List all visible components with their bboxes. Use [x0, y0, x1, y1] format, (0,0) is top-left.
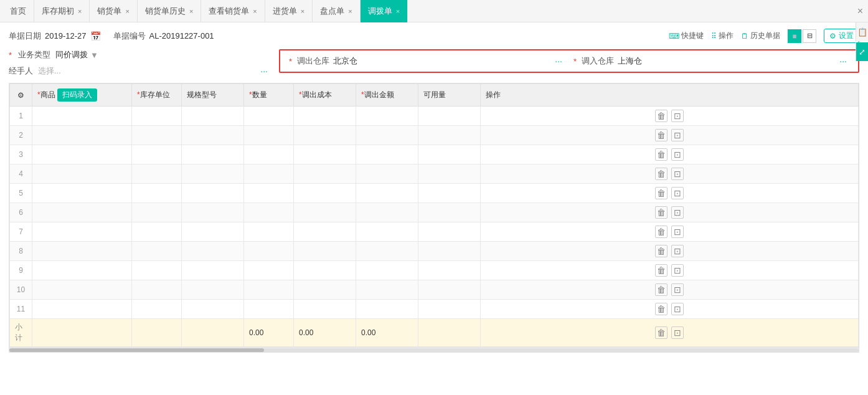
tab-stocktake[interactable]: 盘点单 × — [313, 0, 360, 22]
copy-row-button[interactable]: ⊡ — [671, 129, 684, 141]
delete-row-button[interactable]: 🗑 — [655, 206, 668, 219]
cell-qty[interactable] — [244, 280, 294, 300]
copy-row-button[interactable]: ⊡ — [671, 110, 684, 122]
out-warehouse-ellipsis-button[interactable]: ··· — [552, 56, 565, 66]
copy-row-button[interactable]: ⊡ — [671, 168, 684, 180]
sidebar-expand-icon[interactable]: ⤢ — [856, 42, 868, 61]
tab-transfer[interactable]: 调拨单 × — [361, 0, 408, 22]
cell-product[interactable] — [32, 126, 132, 145]
cell-product[interactable] — [32, 184, 132, 203]
cell-amount[interactable] — [356, 126, 418, 145]
tab-transfer-close[interactable]: × — [396, 7, 400, 15]
table-settings-icon[interactable]: ⚙ — [17, 91, 24, 100]
cell-amount[interactable] — [356, 261, 418, 280]
cell-qty[interactable] — [244, 300, 294, 319]
delete-row-button[interactable]: 🗑 — [655, 110, 668, 122]
calendar-icon[interactable]: 📅 — [90, 31, 101, 41]
cell-cost[interactable] — [294, 184, 356, 203]
cell-product[interactable] — [32, 107, 132, 126]
cell-amount[interactable] — [356, 222, 418, 242]
delete-row-button[interactable]: 🗑 — [655, 187, 668, 199]
cell-product[interactable] — [32, 145, 132, 164]
cell-qty[interactable] — [244, 203, 294, 222]
sidebar-doc-icon[interactable]: 📋 — [856, 22, 868, 41]
cell-amount[interactable] — [356, 203, 418, 222]
cell-qty[interactable] — [244, 164, 294, 184]
history-link[interactable]: 🗒 历史单据 — [741, 31, 780, 41]
cell-cost[interactable] — [294, 242, 356, 261]
copy-row-button[interactable]: ⊡ — [671, 187, 684, 199]
copy-row-button[interactable]: ⊡ — [671, 264, 684, 277]
cell-amount[interactable] — [356, 280, 418, 300]
cell-cost[interactable] — [294, 261, 356, 280]
cell-cost[interactable] — [294, 126, 356, 145]
cell-cost[interactable] — [294, 222, 356, 242]
th-settings[interactable]: ⚙ — [10, 84, 32, 107]
cell-qty[interactable] — [244, 145, 294, 164]
cell-amount[interactable] — [356, 164, 418, 184]
delete-row-button[interactable]: 🗑 — [655, 168, 668, 180]
copy-row-button[interactable]: ⊡ — [671, 226, 684, 238]
delete-row-button[interactable]: 🗑 — [655, 245, 668, 257]
delete-row-button[interactable]: 🗑 — [655, 226, 668, 238]
cell-qty[interactable] — [244, 242, 294, 261]
cell-product[interactable] — [32, 203, 132, 222]
cell-product[interactable] — [32, 242, 132, 261]
tab-home[interactable]: 首页 — [2, 0, 34, 22]
line-double-btn[interactable]: ⊟ — [803, 29, 816, 43]
cell-qty[interactable] — [244, 222, 294, 242]
cell-qty[interactable] — [244, 261, 294, 280]
tab-sales-history-close[interactable]: × — [189, 7, 193, 15]
tab-sales-history[interactable]: 销货单历史 × — [138, 0, 201, 22]
copy-row-button[interactable]: ⊡ — [671, 283, 684, 296]
cell-cost[interactable] — [294, 107, 356, 126]
cell-qty[interactable] — [244, 126, 294, 145]
tab-purchase-close[interactable]: × — [301, 7, 304, 15]
cell-amount[interactable] — [356, 184, 418, 203]
cell-qty[interactable] — [244, 184, 294, 203]
cell-qty[interactable] — [244, 107, 294, 126]
delete-row-button[interactable]: 🗑 — [655, 283, 668, 296]
settings-button[interactable]: ⚙ 设置 — [824, 29, 859, 43]
in-warehouse-ellipsis-button[interactable]: ··· — [837, 56, 849, 66]
tab-sales-order[interactable]: 销货单 × — [90, 0, 137, 22]
copy-row-button[interactable]: ⊡ — [671, 206, 684, 219]
cell-cost[interactable] — [294, 145, 356, 164]
biz-type-select[interactable]: 同价调拨 ▼ — [55, 49, 98, 60]
copy-row-button[interactable]: ⊡ — [671, 148, 684, 161]
line-single-btn[interactable]: ≡ — [788, 29, 801, 43]
cell-product[interactable] — [32, 300, 132, 319]
operation-link[interactable]: ⠿ 操作 — [711, 31, 734, 41]
shortcut-link[interactable]: ⌨ 快捷键 — [669, 31, 704, 41]
scan-button[interactable]: 扫码录入 — [57, 88, 97, 102]
cell-product[interactable] — [32, 280, 132, 300]
cell-cost[interactable] — [294, 203, 356, 222]
tab-inventory-init[interactable]: 库存期初 × — [34, 0, 90, 22]
subtotal-delete-button[interactable]: 🗑 — [655, 326, 668, 339]
tab-purchase[interactable]: 进货单 × — [265, 0, 313, 22]
cell-product[interactable] — [32, 261, 132, 280]
cell-amount[interactable] — [356, 107, 418, 126]
tab-view-sales-close[interactable]: × — [253, 7, 257, 15]
cell-product[interactable] — [32, 164, 132, 184]
cell-cost[interactable] — [294, 300, 356, 319]
copy-row-button[interactable]: ⊡ — [671, 303, 684, 315]
horizontal-scrollbar[interactable] — [9, 347, 859, 352]
delete-row-button[interactable]: 🗑 — [655, 264, 668, 277]
handler-input[interactable]: 选择... — [38, 65, 61, 77]
tab-sales-order-close[interactable]: × — [125, 7, 129, 15]
tab-inventory-init-close[interactable]: × — [78, 7, 82, 15]
delete-row-button[interactable]: 🗑 — [655, 303, 668, 315]
tab-stocktake-close[interactable]: × — [348, 7, 352, 15]
window-close-button[interactable]: × — [857, 6, 863, 17]
cell-amount[interactable] — [356, 300, 418, 319]
cell-amount[interactable] — [356, 145, 418, 164]
tab-view-sales[interactable]: 查看销货单 × — [201, 0, 265, 22]
cell-cost[interactable] — [294, 164, 356, 184]
copy-row-button[interactable]: ⊡ — [671, 245, 684, 257]
handler-ellipsis-button[interactable]: ··· — [258, 66, 270, 76]
delete-row-button[interactable]: 🗑 — [655, 129, 668, 141]
subtotal-copy-button[interactable]: ⊡ — [671, 326, 684, 339]
delete-row-button[interactable]: 🗑 — [655, 148, 668, 161]
cell-product[interactable] — [32, 222, 132, 242]
